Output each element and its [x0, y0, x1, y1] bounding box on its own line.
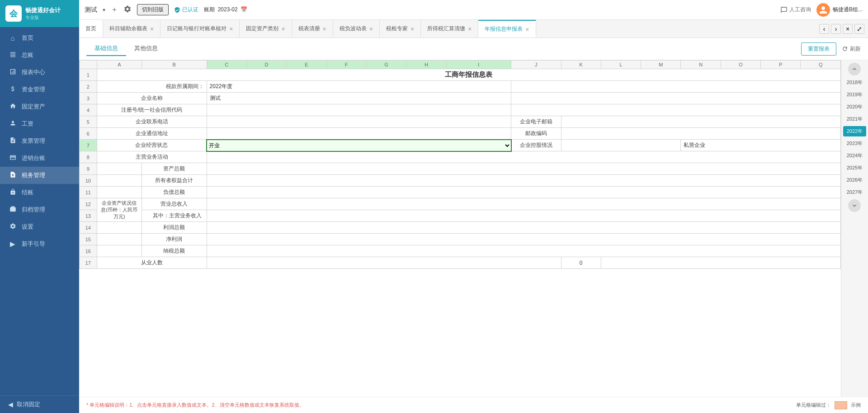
col-header-O[interactable]: O — [721, 61, 760, 69]
year-2018[interactable]: 2018年 — [843, 77, 866, 88]
topbar-settings-icon[interactable] — [123, 5, 132, 14]
col-header-B[interactable]: B — [142, 61, 207, 69]
total-revenue-value[interactable] — [207, 198, 840, 210]
total-profit-value[interactable] — [207, 222, 840, 234]
employees-value[interactable] — [207, 257, 561, 269]
col-header-J[interactable]: J — [511, 61, 561, 69]
tax-period-value[interactable]: 2022年度 — [207, 81, 511, 93]
tab-close-icon[interactable]: × — [281, 26, 285, 32]
tab-income-tax[interactable]: 所得税汇算清缴 × — [421, 20, 478, 38]
spreadsheet-scroll[interactable]: A B C D E F G H I J K L — [79, 60, 841, 397]
employees-count[interactable]: 0 — [561, 257, 601, 269]
col-header-Q[interactable]: Q — [801, 61, 841, 69]
year-2025[interactable]: 2025年 — [843, 163, 866, 173]
refresh-button[interactable]: 刷新 — [842, 45, 861, 53]
sidebar-item-home[interactable]: ⌂ 首页 — [0, 29, 79, 47]
year-2024[interactable]: 2024年 — [843, 150, 866, 161]
col-header-N[interactable]: N — [681, 61, 721, 69]
tab-fixed-asset-type[interactable]: 固定资产类别 × — [240, 20, 292, 38]
holding-type[interactable]: 私营企业 — [681, 140, 841, 151]
tab-bank-rec[interactable]: 日记账与银行对账单核对 × — [160, 20, 240, 38]
year-2019[interactable]: 2019年 — [843, 89, 866, 100]
col-header-F[interactable]: F — [326, 61, 366, 69]
tab-annual-report[interactable]: 年报信息申报表 × — [478, 20, 536, 38]
business-status-cell[interactable]: 开业 注销 吊销 迁出 撤销 — [207, 140, 511, 151]
tab-close-all[interactable]: × — [843, 24, 853, 34]
business-status-dropdown[interactable]: 开业 注销 吊销 迁出 撤销 — [207, 142, 511, 149]
tab-close-icon[interactable]: × — [369, 26, 373, 32]
sidebar-item-tax[interactable]: 税务管理 — [0, 167, 79, 184]
tab-aux-balance[interactable]: 科目辅助余额表 × — [103, 20, 160, 38]
tab-close-icon[interactable]: × — [150, 26, 154, 32]
zipcode-value[interactable] — [561, 128, 841, 140]
col-header-A[interactable]: A — [97, 61, 142, 69]
total-tax-value[interactable] — [207, 245, 840, 257]
tab-close-icon[interactable]: × — [410, 26, 414, 32]
tab-close-icon[interactable]: × — [468, 26, 472, 32]
tab-close-icon[interactable]: × — [525, 26, 529, 33]
col-header-I[interactable]: I — [446, 61, 511, 69]
year-2026[interactable]: 2026年 — [843, 175, 866, 185]
col-header-C[interactable]: C — [207, 61, 246, 69]
address-value[interactable] — [207, 128, 511, 140]
sidebar-item-close[interactable]: 结账 — [0, 184, 79, 201]
tab-tax-expert[interactable]: 税检专家 × — [380, 20, 421, 38]
year-nav-down[interactable] — [848, 199, 861, 212]
col-header-G[interactable]: G — [366, 61, 406, 69]
sidebar-item-guide[interactable]: ▶ 新手引导 — [0, 235, 79, 253]
switch-version-button[interactable]: 切到旧版 — [137, 4, 169, 15]
net-profit-value[interactable] — [207, 234, 840, 245]
year-2027[interactable]: 2027年 — [843, 187, 866, 197]
sidebar-unfix-button[interactable]: ◀ 取消固定 — [0, 395, 79, 413]
sidebar-item-salary[interactable]: 工资 — [0, 115, 79, 132]
col-header-K[interactable]: K — [561, 61, 601, 69]
user-profile[interactable]: 畅捷通B组... — [816, 3, 863, 17]
year-2021[interactable]: 2021年 — [843, 114, 866, 124]
sidebar-item-fund[interactable]: 资金管理 — [0, 81, 79, 98]
year-2023[interactable]: 2023年 — [843, 138, 866, 149]
year-2020[interactable]: 2020年 — [843, 102, 866, 112]
tab-nav-prev[interactable]: ‹ — [819, 24, 829, 34]
sidebar-item-ledger[interactable]: 总账 — [0, 47, 79, 64]
main-business-value[interactable] — [207, 151, 840, 163]
row-number: 9 — [80, 163, 97, 175]
col-header-D[interactable]: D — [246, 61, 286, 69]
phone-value[interactable] — [207, 116, 511, 128]
sidebar-item-invoice[interactable]: 发票管理 — [0, 132, 79, 150]
email-value[interactable] — [561, 116, 841, 128]
tab-close-icon[interactable]: × — [323, 26, 326, 32]
tab-nav-next[interactable]: › — [831, 24, 841, 34]
tab-expand[interactable]: ⤢ — [854, 24, 864, 34]
tab-tax-return[interactable]: 税表清册 × — [292, 20, 333, 38]
sidebar-item-archive[interactable]: 归档管理 — [0, 201, 79, 218]
tab-tax-fluctuation[interactable]: 税负波动表 × — [333, 20, 380, 38]
sidebar-item-fixed-asset[interactable]: 固定资产 — [0, 98, 79, 115]
col-header-L[interactable]: L — [601, 61, 641, 69]
sheet-tab-basic[interactable]: 基础信息 — [86, 42, 126, 56]
total-assets-value[interactable] — [207, 163, 840, 175]
reg-code-value[interactable] — [207, 104, 511, 116]
tab-close-icon[interactable]: × — [229, 26, 233, 32]
year-nav-up[interactable] — [848, 63, 861, 75]
col-header-H[interactable]: H — [406, 61, 446, 69]
year-2022[interactable]: 2022年 — [843, 126, 866, 136]
company-name-value[interactable]: 测试 — [207, 93, 511, 104]
topbar-dropdown-icon[interactable]: ▾ — [103, 7, 105, 13]
sheet-title-cell[interactable]: 工商年报信息表 — [97, 69, 840, 81]
liabilities-value[interactable] — [207, 187, 840, 198]
main-revenue-value[interactable] — [207, 210, 840, 222]
service-button[interactable]: 人工咨询 — [780, 6, 811, 14]
sidebar-item-settings[interactable]: 设置 — [0, 218, 79, 235]
col-header-E[interactable]: E — [287, 61, 326, 69]
equity-value[interactable] — [207, 175, 840, 187]
sheet-tab-other[interactable]: 其他信息 — [126, 42, 166, 56]
reset-button[interactable]: 重置报表 — [801, 42, 836, 56]
topbar-add-button[interactable]: ＋ — [111, 5, 118, 14]
employees-extra[interactable] — [601, 257, 840, 269]
col-header-P[interactable]: P — [761, 61, 801, 69]
holding-value[interactable] — [561, 140, 681, 151]
sidebar-item-purchase-sale[interactable]: 进销台账 — [0, 150, 79, 167]
sidebar-item-report[interactable]: 报表中心 — [0, 64, 79, 81]
col-header-M[interactable]: M — [641, 61, 681, 69]
tab-home[interactable]: 首页 — [79, 20, 103, 38]
